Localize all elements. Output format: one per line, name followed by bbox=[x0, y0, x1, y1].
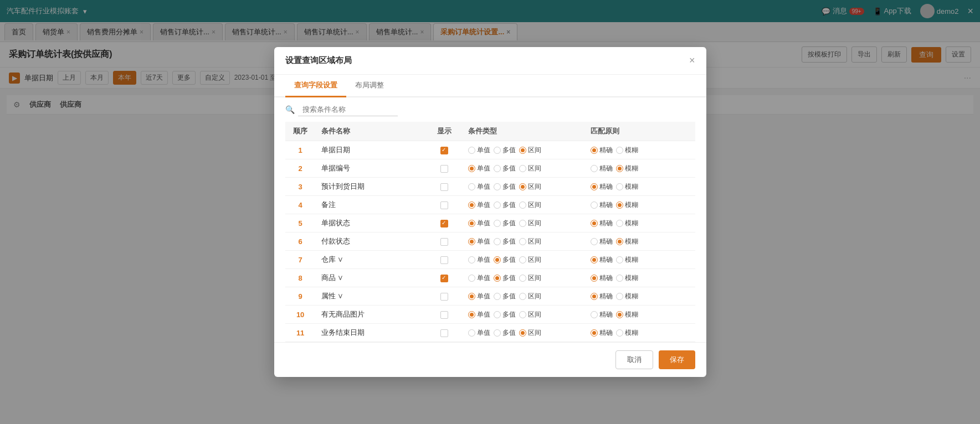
type-radio-circle-0-2[interactable] bbox=[519, 147, 526, 154]
type-radio-7-2[interactable]: 区间 bbox=[519, 273, 541, 283]
cancel-button[interactable]: 取消 bbox=[615, 350, 653, 369]
match-radio-4-1[interactable]: 模糊 bbox=[616, 219, 638, 228]
type-radio-9-2[interactable]: 区间 bbox=[519, 310, 541, 319]
match-radio-10-1[interactable]: 模糊 bbox=[616, 328, 638, 338]
type-radio-circle-10-0[interactable] bbox=[468, 329, 475, 337]
type-radio-circle-0-0[interactable] bbox=[468, 147, 475, 154]
match-radio-circle-3-0[interactable] bbox=[591, 201, 598, 209]
type-radio-2-1[interactable]: 多值 bbox=[494, 182, 516, 192]
type-radio-5-1[interactable]: 多值 bbox=[494, 237, 516, 246]
row-checkbox-8[interactable] bbox=[426, 287, 463, 306]
type-radio-2-0[interactable]: 单值 bbox=[468, 182, 490, 192]
match-radio-circle-9-1[interactable] bbox=[616, 311, 623, 318]
type-radio-2-2[interactable]: 区间 bbox=[519, 182, 541, 192]
type-radio-circle-6-2[interactable] bbox=[519, 256, 526, 263]
type-radio-1-0[interactable]: 单值 bbox=[468, 164, 490, 173]
row-checkbox-3[interactable] bbox=[426, 196, 463, 214]
type-radio-6-0[interactable]: 单值 bbox=[468, 255, 490, 265]
row-checkbox-6[interactable] bbox=[426, 251, 463, 269]
type-radio-circle-4-1[interactable] bbox=[494, 220, 501, 227]
checkbox-10[interactable] bbox=[440, 329, 448, 337]
modal-search-input[interactable] bbox=[298, 103, 398, 116]
match-radio-6-0[interactable]: 精确 bbox=[591, 255, 613, 265]
match-radio-circle-10-0[interactable] bbox=[591, 329, 598, 337]
type-radio-3-2[interactable]: 区间 bbox=[519, 200, 541, 210]
type-radio-circle-7-1[interactable] bbox=[494, 275, 501, 282]
match-radio-1-0[interactable]: 精确 bbox=[591, 164, 613, 173]
row-checkbox-5[interactable] bbox=[426, 232, 463, 251]
type-radio-6-2[interactable]: 区间 bbox=[519, 255, 541, 265]
match-radio-circle-4-0[interactable] bbox=[591, 220, 598, 227]
type-radio-circle-8-0[interactable] bbox=[468, 293, 475, 300]
type-radio-5-0[interactable]: 单值 bbox=[468, 237, 490, 246]
match-radio-10-0[interactable]: 精确 bbox=[591, 328, 613, 338]
match-radio-7-1[interactable]: 模糊 bbox=[616, 273, 638, 283]
type-radio-circle-6-1[interactable] bbox=[494, 256, 501, 263]
match-radio-3-1[interactable]: 模糊 bbox=[616, 200, 638, 210]
type-radio-circle-4-2[interactable] bbox=[519, 220, 526, 227]
match-radio-9-0[interactable]: 精确 bbox=[591, 310, 613, 319]
type-radio-circle-0-1[interactable] bbox=[494, 147, 501, 154]
match-radio-5-1[interactable]: 模糊 bbox=[616, 237, 638, 246]
match-radio-circle-8-1[interactable] bbox=[616, 293, 623, 300]
match-radio-0-0[interactable]: 精确 bbox=[591, 146, 613, 155]
checkbox-6[interactable] bbox=[440, 256, 448, 264]
match-radio-1-1[interactable]: 模糊 bbox=[616, 164, 638, 173]
type-radio-10-1[interactable]: 多值 bbox=[494, 328, 516, 338]
match-radio-circle-6-0[interactable] bbox=[591, 256, 598, 263]
checkbox-3[interactable] bbox=[440, 201, 448, 209]
type-radio-8-2[interactable]: 区间 bbox=[519, 292, 541, 301]
type-radio-circle-3-0[interactable] bbox=[468, 201, 475, 209]
type-radio-circle-3-2[interactable] bbox=[519, 201, 526, 209]
match-radio-8-1[interactable]: 模糊 bbox=[616, 292, 638, 301]
match-radio-circle-8-0[interactable] bbox=[591, 293, 598, 300]
type-radio-5-2[interactable]: 区间 bbox=[519, 237, 541, 246]
type-radio-6-1[interactable]: 多值 bbox=[494, 255, 516, 265]
match-radio-9-1[interactable]: 模糊 bbox=[616, 310, 638, 319]
row-checkbox-9[interactable] bbox=[426, 306, 463, 324]
type-radio-circle-5-1[interactable] bbox=[494, 238, 501, 245]
checkbox-2[interactable] bbox=[440, 183, 448, 191]
checkbox-7[interactable] bbox=[440, 275, 448, 282]
type-radio-9-1[interactable]: 多值 bbox=[494, 310, 516, 319]
checkbox-5[interactable] bbox=[440, 238, 448, 246]
type-radio-circle-5-2[interactable] bbox=[519, 238, 526, 245]
checkbox-0[interactable] bbox=[440, 147, 448, 154]
type-radio-circle-8-1[interactable] bbox=[494, 293, 501, 300]
match-radio-3-0[interactable]: 精确 bbox=[591, 200, 613, 210]
type-radio-3-0[interactable]: 单值 bbox=[468, 200, 490, 210]
type-radio-circle-8-2[interactable] bbox=[519, 293, 526, 300]
match-radio-circle-0-0[interactable] bbox=[591, 147, 598, 154]
row-checkbox-0[interactable] bbox=[426, 141, 463, 159]
type-radio-7-1[interactable]: 多值 bbox=[494, 273, 516, 283]
modal-tab-query-fields[interactable]: 查询字段设置 bbox=[285, 75, 346, 97]
type-radio-circle-10-2[interactable] bbox=[519, 329, 526, 337]
type-radio-circle-2-1[interactable] bbox=[494, 183, 501, 190]
match-radio-0-1[interactable]: 模糊 bbox=[616, 146, 638, 155]
match-radio-2-1[interactable]: 模糊 bbox=[616, 182, 638, 192]
type-radio-10-2[interactable]: 区间 bbox=[519, 328, 541, 338]
checkbox-9[interactable] bbox=[440, 311, 448, 319]
type-radio-9-0[interactable]: 单值 bbox=[468, 310, 490, 319]
modal-tab-layout[interactable]: 布局调整 bbox=[346, 75, 393, 97]
row-checkbox-7[interactable] bbox=[426, 269, 463, 287]
row-checkbox-4[interactable] bbox=[426, 214, 463, 232]
type-radio-0-0[interactable]: 单值 bbox=[468, 146, 490, 155]
type-radio-1-2[interactable]: 区间 bbox=[519, 164, 541, 173]
match-radio-circle-10-1[interactable] bbox=[616, 329, 623, 337]
match-radio-5-0[interactable]: 精确 bbox=[591, 237, 613, 246]
match-radio-circle-1-0[interactable] bbox=[591, 165, 598, 172]
modal-close-button[interactable]: × bbox=[689, 55, 695, 66]
type-radio-4-1[interactable]: 多值 bbox=[494, 219, 516, 228]
save-button[interactable]: 保存 bbox=[659, 350, 695, 369]
type-radio-circle-9-1[interactable] bbox=[494, 311, 501, 318]
checkbox-8[interactable] bbox=[440, 293, 448, 301]
match-radio-7-0[interactable]: 精确 bbox=[591, 273, 613, 283]
type-radio-3-1[interactable]: 多值 bbox=[494, 200, 516, 210]
match-radio-circle-6-1[interactable] bbox=[616, 256, 623, 263]
match-radio-circle-7-1[interactable] bbox=[616, 275, 623, 282]
type-radio-circle-9-0[interactable] bbox=[468, 311, 475, 318]
type-radio-4-0[interactable]: 单值 bbox=[468, 219, 490, 228]
match-radio-circle-5-0[interactable] bbox=[591, 238, 598, 245]
row-checkbox-1[interactable] bbox=[426, 159, 463, 178]
